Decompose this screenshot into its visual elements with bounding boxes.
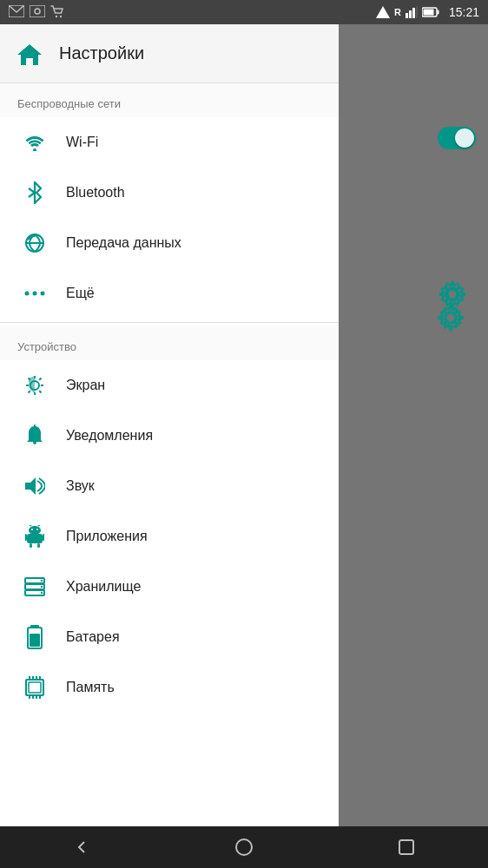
svg-marker-13 [17,44,42,65]
svg-line-34 [29,525,31,526]
wifi-icon [17,134,52,151]
svg-point-19 [41,292,45,296]
svg-line-28 [39,378,41,380]
svg-point-32 [31,529,33,530]
menu-item-apps[interactable]: Приложения [0,511,339,562]
svg-marker-30 [25,477,36,495]
svg-rect-11 [437,10,439,15]
svg-rect-63 [399,840,413,854]
svg-point-14 [33,148,36,151]
svg-point-33 [36,529,38,530]
svg-line-26 [39,391,41,392]
svg-rect-7 [409,10,412,18]
status-bar: R 15:21 [0,0,488,24]
svg-point-18 [33,292,37,296]
notification-icons [9,5,64,19]
section-device-header: Устройство [0,326,339,360]
svg-rect-59 [29,682,41,693]
svg-point-45 [41,586,43,588]
memory-label: Память [66,680,115,695]
wifi-toggle-container [438,127,476,149]
bell-icon [17,424,52,447]
status-time: 15:21 [449,5,479,19]
svg-point-61 [447,289,458,299]
svg-rect-37 [25,534,27,541]
notifications-label: Уведомления [66,428,153,444]
home-icon [17,43,42,65]
svg-line-27 [29,391,30,392]
wifi-toggle[interactable] [438,127,476,149]
battery-label: Батарея [66,629,120,645]
battery-icon [17,625,52,649]
apps-label: Приложения [66,529,148,544]
data-label: Передача данных [66,235,181,251]
navigation-drawer: Настройки Беспроводные сети Wi-Fi Blueto… [0,24,339,826]
drawer-header[interactable]: Настройки [0,24,339,83]
menu-item-screen[interactable]: Экран [0,360,339,411]
menu-item-notifications[interactable]: Уведомления [0,411,339,461]
svg-point-46 [41,592,43,594]
menu-item-memory[interactable]: Память [0,662,339,713]
svg-rect-39 [30,543,32,548]
recents-button[interactable] [380,830,432,865]
divider-1 [0,322,339,323]
svg-line-35 [38,525,41,526]
status-icons: R 15:21 [376,5,479,19]
svg-rect-8 [412,8,415,18]
svg-rect-40 [37,543,40,548]
svg-rect-49 [30,634,40,647]
svg-point-4 [60,16,62,17]
right-panel [339,24,488,826]
sound-label: Звук [66,478,95,494]
menu-item-sound[interactable]: Звук [0,461,339,511]
svg-point-31 [29,526,41,535]
home-button[interactable] [218,830,270,865]
menu-item-bluetooth[interactable]: Bluetooth [0,168,339,218]
menu-item-wifi[interactable]: Wi-Fi [0,117,339,168]
data-icon [17,233,52,253]
toggle-knob [455,128,474,148]
storage-label: Хранилище [66,579,141,595]
memory-icon [17,676,52,699]
android-icon [17,525,52,548]
screen-label: Экран [66,378,105,393]
svg-rect-36 [27,534,43,543]
back-button[interactable] [56,830,108,865]
svg-point-3 [56,16,57,17]
gear-icon-simple [436,278,469,311]
menu-item-more[interactable]: Ещё [0,268,339,319]
nav-bar [0,826,488,868]
sound-icon [17,477,52,496]
menu-item-battery[interactable]: Батарея [0,612,339,662]
svg-point-44 [41,580,43,582]
svg-point-62 [236,839,252,855]
menu-item-storage[interactable]: Хранилище [0,562,339,612]
bluetooth-label: Bluetooth [66,185,125,201]
svg-point-2 [35,9,40,14]
section-wireless-header: Беспроводные сети [0,83,339,117]
menu-item-data[interactable]: Передача данных [0,218,339,268]
svg-rect-12 [423,10,433,16]
svg-point-17 [25,292,30,296]
bluetooth-icon [17,181,52,204]
svg-marker-5 [376,6,390,18]
more-label: Ещё [66,286,95,301]
wifi-label: Wi-Fi [66,135,98,150]
svg-rect-29 [34,424,36,427]
screen-icon [17,375,52,396]
svg-rect-38 [43,534,44,541]
drawer-title: Настройки [59,43,144,63]
svg-rect-1 [30,5,45,17]
svg-rect-6 [406,13,408,18]
svg-rect-9 [416,6,418,18]
storage-icon [17,577,52,596]
more-icon [17,289,52,298]
